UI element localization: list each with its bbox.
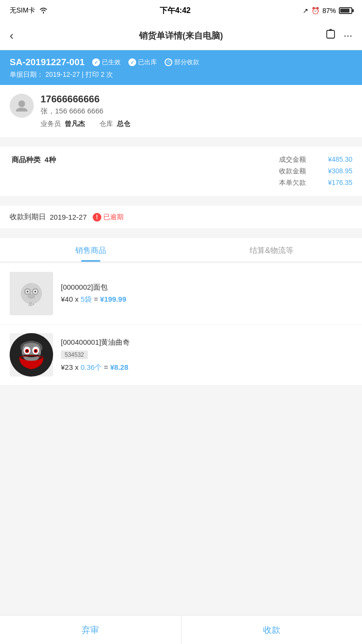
avatar [10,94,34,118]
header-banner: SA-20191227-001 ✓ 已生效 ✓ 已出库 ⏱ 部分收款 单据日期：… [0,50,362,85]
types-label: 商品种类 [12,155,41,164]
customer-section: 17666666666 张，156 6666 6666 业务员 曾凡杰 仓库 总… [0,85,362,137]
check-icon: ✓ [92,58,100,66]
carrier-text: 无SIM卡 [10,6,35,15]
svg-point-1 [18,100,25,107]
due-date-label: 收款到期日 [10,212,46,222]
location-icon: ↗ [303,7,308,14]
price-base-2: ¥23 [61,363,73,371]
bottom-bar: 弃审 收款 [0,615,362,644]
warehouse-field: 仓库 总仓 [99,120,130,128]
banner-date-row: 单据日期： 2019-12-27 | 打印 2 次 [10,70,352,79]
battery-text: 87% [322,7,336,14]
svg-point-18 [35,350,37,352]
amount-row: 成交金额 ¥485.30 [279,155,352,164]
print-info: | 打印 2 次 [82,70,113,78]
list-item: [000400001]黄油曲奇 534532 ¥23 x 0.36个 = ¥8.… [0,324,362,386]
section-divider2 [0,196,362,201]
total-2: ¥8.28 [110,363,128,371]
product-list: 品+ [0000002]面包 ¥40 x 5袋 = ¥199.99 [0,263,362,386]
salesperson-field: 业务员 曾凡杰 [41,120,85,128]
status-left: 无SIM卡 [10,6,48,15]
badge-partial: ⏱ 部分收款 [165,58,199,67]
status-bar: 无SIM卡 下午4:42 ↗ ⏰ 87% [0,0,362,21]
product-name-2: [000400001]黄油曲奇 [61,338,352,347]
svg-point-7 [27,291,28,293]
svg-rect-0 [327,30,334,38]
qty-2: 0.36个 [81,363,102,371]
price-base-1: ¥40 [61,295,73,303]
svg-point-8 [34,291,36,293]
cancel-button[interactable]: 弃审 [0,616,181,644]
tabs-container: 销售商品 结算&物流等 [0,238,362,262]
product-types: 商品种类 4种 [10,155,56,165]
svg-point-2 [21,283,42,304]
badge-shipped: ✓ 已出库 [128,58,157,67]
customer-meta: 业务员 曾凡杰 仓库 总仓 [41,120,352,128]
received-row: 收款金额 ¥308.95 [279,167,352,176]
bottom-spacer [0,386,362,424]
back-button[interactable]: ‹ [6,25,17,46]
wifi-icon [39,7,48,15]
page-title: 销货单详情(来自电脑) [139,30,223,42]
salesperson-value: 曾凡杰 [65,120,85,127]
section-divider [0,137,362,142]
owed-value: ¥176.35 [314,179,352,187]
product-thumbnail-1: 品+ [10,272,53,315]
overdue-icon: ! [93,213,101,222]
received-value: ¥308.95 [314,167,352,176]
order-id: SA-20191227-001 [10,57,84,68]
due-date-section: 收款到期日 2019-12-27 ! 已逾期 [0,206,362,228]
battery-icon [339,7,352,14]
customer-info: 17666666666 张，156 6666 6666 业务员 曾凡杰 仓库 总… [41,94,352,128]
badge-active: ✓ 已生效 [92,58,121,67]
clock-icon: ⏱ [165,58,172,66]
qty-1: 5袋 [81,295,92,303]
list-item: 品+ [0000002]面包 ¥40 x 5袋 = ¥199.99 [0,263,362,324]
svg-text:品+: 品+ [28,302,35,307]
customer-account-id: 17666666666 [41,94,352,105]
status-right: ↗ ⏰ 87% [303,7,352,14]
status-time: 下午4:42 [160,6,191,16]
check-icon2: ✓ [128,58,136,66]
nav-bar: ‹ 销货单详情(来自电脑) ··· [0,21,362,50]
overdue-badge: ! 已逾期 [93,213,124,222]
nav-right-actions: ··· [325,29,352,42]
order-date: 2019-12-27 [45,70,80,78]
total-1: ¥199.99 [100,295,126,303]
received-label: 收款金额 [279,167,306,176]
product-sku-2: 534532 [61,350,88,359]
svg-point-9 [28,294,35,299]
banner-row1: SA-20191227-001 ✓ 已生效 ✓ 已出库 ⏱ 部分收款 [10,57,352,68]
product-price-2: ¥23 x 0.36个 = ¥8.28 [61,363,352,372]
product-name-1: [0000002]面包 [61,283,352,292]
summary-section: 商品种类 4种 成交金额 ¥485.30 收款金额 ¥308.95 本单欠款 ¥… [0,147,362,196]
product-info-2: [000400001]黄油曲奇 534532 ¥23 x 0.36个 = ¥8.… [61,338,352,372]
owed-label: 本单欠款 [279,179,306,187]
section-divider3 [0,228,362,233]
product-info-1: [0000002]面包 ¥40 x 5袋 = ¥199.99 [61,283,352,304]
owed-row: 本单欠款 ¥176.35 [279,179,352,187]
confirm-button[interactable]: 收款 [181,616,362,644]
types-value: 4种 [44,155,56,164]
date-label: 单据日期： [10,70,43,78]
warehouse-label: 仓库 [99,120,113,127]
warehouse-value: 总仓 [117,120,130,127]
amount-value: ¥485.30 [314,155,352,164]
customer-name-phone: 张，156 6666 6666 [41,107,352,116]
product-price-1: ¥40 x 5袋 = ¥199.99 [61,295,352,304]
overdue-text: 已逾期 [103,213,124,222]
tab-sales-products[interactable]: 销售商品 [0,238,181,262]
alarm-icon: ⏰ [311,7,320,14]
share-icon[interactable] [325,29,336,42]
product-thumbnail-2 [10,333,53,377]
summary-amounts: 成交金额 ¥485.30 收款金额 ¥308.95 本单欠款 ¥176.35 [279,155,352,187]
due-date-value: 2019-12-27 [50,213,87,221]
tab-settlement[interactable]: 结算&物流等 [181,238,362,262]
salesperson-label: 业务员 [41,120,61,127]
amount-label: 成交金额 [279,155,306,164]
more-icon[interactable]: ··· [344,29,352,42]
svg-point-17 [26,350,28,352]
